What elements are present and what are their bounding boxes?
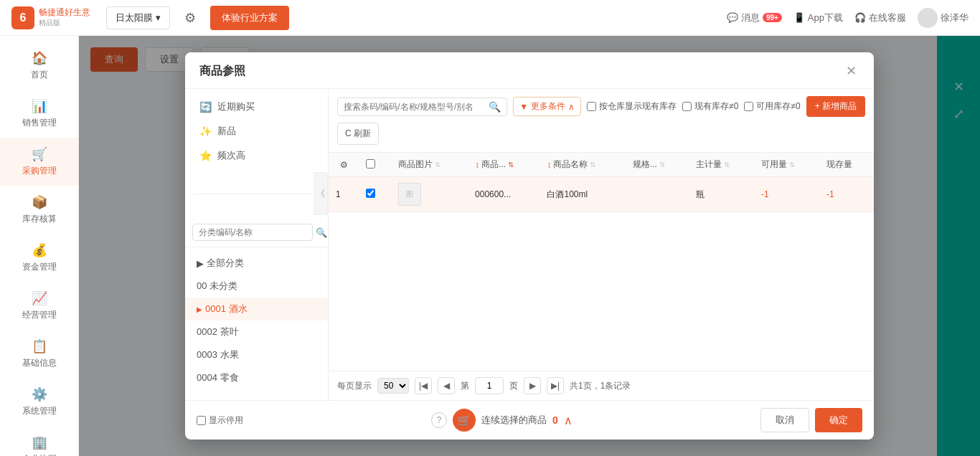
sidebar: 🏠 首页 📊 销售管理 🛒 采购管理 📦 库存核算 💰 资金管理 📈 经营管理 …	[0, 36, 79, 456]
refresh-table-button[interactable]: C 刷新	[337, 123, 379, 145]
per-page-label: 每页显示	[337, 380, 372, 392]
sidebar-inventory-label: 库存核算	[22, 213, 57, 225]
page-next-button[interactable]: ▶	[524, 377, 541, 394]
sidebar-item-inventory[interactable]: 📦 库存核算	[0, 186, 78, 234]
quick-item-recent[interactable]: 🔄 近期购买	[192, 96, 321, 118]
category-search-input[interactable]	[192, 224, 313, 241]
category-item-0003[interactable]: 0003 水果	[185, 343, 328, 366]
product-search-icon[interactable]: 🔍	[489, 101, 501, 113]
table-row[interactable]: 1 图 000600... 白酒100ml 瓶	[329, 177, 874, 212]
message-badge: 99+	[763, 13, 782, 22]
quick-item-frequent[interactable]: ⭐ 频次高	[192, 145, 321, 166]
quick-item-new[interactable]: ✨ 新品	[192, 120, 321, 142]
messages-nav-item[interactable]: 💬 消息 99+	[727, 11, 782, 24]
inventory-icon: 📦	[32, 194, 47, 210]
category-item-0005[interactable]: 0005 饮料	[185, 389, 328, 393]
select-all-checkbox[interactable]	[366, 159, 375, 168]
category-item-00[interactable]: 00 未分类	[185, 275, 328, 298]
sidebar-item-purchase[interactable]: 🛒 采购管理	[0, 138, 78, 186]
category-item-0004[interactable]: 0004 零食	[185, 366, 328, 389]
check-warehouse-input[interactable]	[587, 102, 596, 111]
phone-icon: 📱	[793, 12, 805, 23]
chevron-down-icon: ▾	[156, 12, 161, 23]
system-icon: ⚙️	[32, 386, 47, 402]
logo-icon: 6	[11, 6, 34, 29]
recent-icon: 🔄	[199, 101, 212, 113]
page-first-button[interactable]: |◀	[415, 377, 432, 394]
col-settings[interactable]: ⚙	[329, 153, 359, 177]
user-avatar[interactable]: 徐泽华	[918, 8, 969, 28]
col-spec: 规格... ⇅	[626, 153, 689, 177]
app-download-label: App下载	[808, 11, 843, 24]
nav-dropdown-label: 日太阳膜	[116, 11, 153, 24]
cancel-button[interactable]: 取消	[760, 408, 809, 432]
sidebar-item-basic[interactable]: 📋 基础信息	[0, 330, 78, 378]
category-0002-label: 0002 茶叶	[197, 326, 239, 338]
add-product-button[interactable]: + 新增商品	[806, 96, 865, 117]
category-item-0002[interactable]: 0002 茶叶	[185, 320, 328, 343]
footer-right: 取消 确定	[760, 408, 862, 432]
product-table: ⚙ 商品图片 ⇅	[329, 153, 874, 212]
app-download-item[interactable]: 📱 App下载	[793, 11, 843, 24]
per-page-select[interactable]: 50	[377, 378, 409, 394]
sidebar-item-system[interactable]: ⚙️ 系统管理	[0, 378, 78, 426]
check-avail-nonzero-input[interactable]	[744, 102, 753, 111]
cart-icon[interactable]: 🛒	[453, 409, 476, 432]
cell-spec	[626, 177, 689, 212]
cell-stock: -1	[819, 177, 874, 212]
check-warehouse-label: 按仓库显示现有库存	[599, 100, 677, 113]
category-item-0001[interactable]: ▶ 0001 酒水	[185, 298, 328, 320]
category-search-icon[interactable]: 🔍	[316, 227, 327, 238]
finance-icon: 💰	[32, 242, 47, 258]
nav-dropdown[interactable]: 日太阳膜 ▾	[106, 6, 170, 29]
sidebar-item-business[interactable]: 📈 经营管理	[0, 282, 78, 330]
sort-avail-icon: ⇅	[789, 161, 795, 168]
check-stock-nonzero-input[interactable]	[682, 102, 692, 111]
footer-center: ? 🛒 连续选择的商品 0 ∧	[252, 409, 752, 432]
sidebar-system-label: 系统管理	[22, 405, 57, 417]
frequent-icon: ⭐	[199, 150, 212, 161]
trial-button[interactable]: 体验行业方案	[210, 6, 289, 30]
category-all-arrow: ▶	[197, 258, 204, 269]
online-service-label: 在线客服	[869, 11, 906, 24]
row-checkbox[interactable]	[366, 189, 375, 198]
nav-right: 💬 消息 99+ 📱 App下载 🎧 在线客服 徐泽华	[727, 8, 969, 28]
online-service-item[interactable]: 🎧 在线客服	[854, 11, 906, 24]
sidebar-item-sales[interactable]: 📊 销售管理	[0, 90, 78, 138]
check-warehouse-filter[interactable]: 按仓库显示现有库存	[587, 100, 677, 113]
sidebar-item-enterprise[interactable]: 🏢 企业协同	[0, 426, 78, 456]
modal-backdrop: 商品参照 ✕ 🔄 近期购买 ✨	[79, 36, 980, 456]
page-prev-button[interactable]: ◀	[438, 377, 455, 394]
gear-icon[interactable]: ⚙	[179, 6, 202, 29]
check-avail-nonzero-filter[interactable]: 可用库存≠0	[744, 100, 800, 113]
category-00-label: 00 未分类	[197, 280, 237, 293]
page-number-input[interactable]	[475, 377, 504, 394]
category-0001-label: 0001 酒水	[205, 303, 248, 315]
sidebar-sales-label: 销售管理	[22, 117, 57, 129]
product-image: 图	[398, 183, 421, 206]
product-table-container: ⚙ 商品图片 ⇅	[329, 153, 874, 371]
message-label: 消息	[741, 11, 760, 24]
category-list: ▶ 全部分类 00 未分类 ▶ 0001 酒水 0002 茶	[185, 247, 328, 393]
help-icon[interactable]: ?	[431, 412, 447, 428]
product-search-input[interactable]	[344, 102, 486, 112]
show-disabled-checkbox[interactable]	[197, 416, 206, 425]
col-checkbox	[359, 153, 391, 177]
pagination-bar: 每页显示 50 |◀ ◀ 第 页 ▶ ▶| 共1页，1条记录	[329, 371, 874, 400]
sidebar-item-finance[interactable]: 💰 资金管理	[0, 234, 78, 282]
collapse-panel-button[interactable]: 《	[314, 172, 328, 215]
check-stock-nonzero-filter[interactable]: 现有库存≠0	[682, 100, 738, 113]
confirm-button[interactable]: 确定	[815, 408, 862, 432]
purchase-icon: 🛒	[32, 146, 47, 162]
show-disabled-label[interactable]: 显示停用	[197, 414, 243, 427]
sort-unit-icon: ⇅	[724, 161, 730, 168]
sidebar-item-home[interactable]: 🏠 首页	[0, 42, 78, 90]
page-last-button[interactable]: ▶|	[547, 377, 564, 394]
modal-close-button[interactable]: ✕	[842, 62, 859, 80]
category-item-all[interactable]: ▶ 全部分类	[185, 252, 328, 275]
filter-button[interactable]: ▼ 更多条件 ∧	[513, 97, 581, 116]
business-icon: 📈	[32, 290, 47, 306]
cell-index: 1	[329, 177, 359, 212]
product-search-bar: 🔍	[337, 98, 507, 116]
collapse-up-icon[interactable]: ∧	[564, 414, 573, 427]
